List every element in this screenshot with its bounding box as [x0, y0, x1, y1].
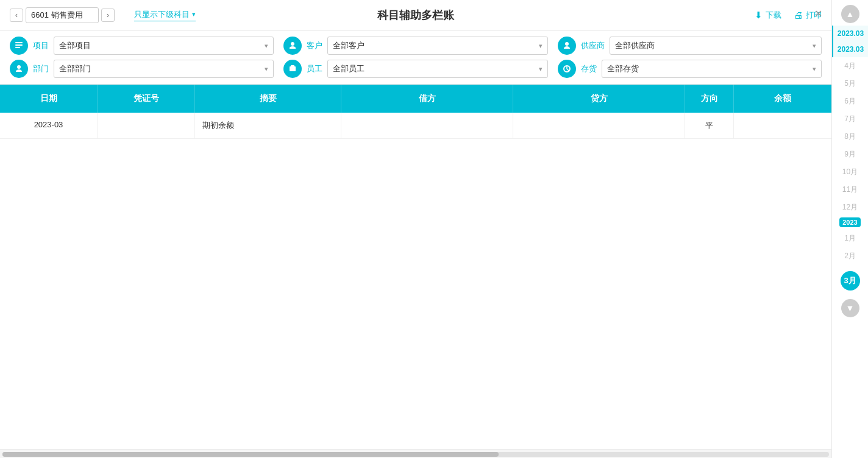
- supplier-select-arrow: ▾: [813, 42, 816, 50]
- sidebar-period-9[interactable]: 10月: [832, 163, 868, 181]
- sidebar-down-arrow[interactable]: ▼: [841, 299, 859, 317]
- sidebar-period-2[interactable]: 2023.03: [832, 41, 868, 57]
- download-button[interactable]: ⬇ 下载: [755, 10, 781, 21]
- filter-project: 项目 全部项目 ▾: [10, 37, 274, 55]
- main-content: ‹ 6601 销售费用 › 只显示下级科目 ▾ 科目辅助多栏账 ⬇ 下载 🖨 打…: [0, 0, 831, 458]
- employee-select-arrow: ▾: [539, 65, 542, 73]
- cell-summary: 期初余额: [195, 113, 341, 138]
- table-body: 2023-03 期初余额 平: [0, 113, 831, 449]
- project-icon: [10, 37, 28, 55]
- page-title: 科目辅助多栏账: [377, 8, 454, 23]
- print-icon: 🖨: [794, 10, 803, 20]
- project-select-arrow: ▾: [265, 42, 268, 50]
- sidebar-up-arrow[interactable]: ▲: [841, 5, 859, 23]
- nav-controls: ‹ 6601 销售费用 › 只显示下级科目 ▾: [10, 7, 196, 23]
- col-credit: 贷方: [513, 85, 685, 113]
- close-button[interactable]: ✕: [811, 6, 825, 21]
- sidebar-period-4[interactable]: 5月: [832, 75, 868, 93]
- col-debit: 借方: [341, 85, 513, 113]
- svg-point-3: [565, 42, 569, 46]
- sidebar-period-13[interactable]: 1月: [832, 230, 868, 247]
- title-bar: ‹ 6601 销售费用 › 只显示下级科目 ▾ 科目辅助多栏账 ⬇ 下载 🖨 打…: [0, 0, 831, 30]
- employee-label: 员工: [307, 63, 322, 74]
- sidebar-period-10[interactable]: 11月: [832, 181, 868, 199]
- cell-balance: [734, 113, 831, 138]
- col-direction: 方向: [685, 85, 734, 113]
- scrollbar-track[interactable]: [2, 452, 829, 457]
- sidebar-period-7[interactable]: 8月: [832, 128, 868, 146]
- scrollbar-thumb[interactable]: [2, 452, 499, 457]
- svg-point-4: [17, 65, 21, 69]
- sidebar-period-active[interactable]: 3月: [832, 265, 868, 297]
- inventory-select-arrow: ▾: [813, 65, 816, 73]
- col-summary: 摘要: [195, 85, 341, 113]
- sidebar-period-11[interactable]: 12月: [832, 199, 868, 216]
- department-select-arrow: ▾: [265, 65, 268, 73]
- table-header: 日期 凭证号 摘要 借方 贷方 方向 余额: [0, 85, 831, 113]
- department-select[interactable]: 全部部门 ▾: [54, 60, 274, 78]
- department-label: 部门: [33, 63, 49, 74]
- employee-icon: [283, 60, 302, 78]
- department-icon: [10, 60, 28, 78]
- project-select[interactable]: 全部项目 ▾: [54, 37, 274, 55]
- customer-icon: [283, 37, 302, 55]
- table-container: 日期 凭证号 摘要 借方 贷方 方向 余额 2023-03 期初余额 平: [0, 85, 831, 458]
- filter-row-2: 部门 全部部门 ▾ 员工 全部员工 ▾: [10, 60, 822, 78]
- table-row[interactable]: 2023-03 期初余额 平: [0, 113, 831, 139]
- filter-supplier: 供应商 全部供应商 ▾: [558, 37, 822, 55]
- filter-employee: 员工 全部员工 ▾: [283, 60, 547, 78]
- period-sidebar: ▲ 2023.03 2023.03 4月 5月 6月 7月 8月 9月 10月 …: [831, 0, 868, 458]
- filter-row-1: 项目 全部项目 ▾ 客户 全部客户 ▾: [10, 37, 822, 55]
- prev-account-button[interactable]: ‹: [10, 9, 23, 22]
- show-sub-button[interactable]: 只显示下级科目 ▾: [134, 9, 196, 21]
- sidebar-period-14[interactable]: 2月: [832, 247, 868, 265]
- sidebar-year-badge[interactable]: 2023: [832, 216, 868, 230]
- inventory-label: 存货: [581, 63, 597, 74]
- col-date: 日期: [0, 85, 98, 113]
- filter-customer: 客户 全部客户 ▾: [283, 37, 547, 55]
- customer-select-arrow: ▾: [539, 42, 542, 50]
- project-label: 项目: [33, 40, 49, 51]
- svg-rect-1: [15, 44, 23, 46]
- cell-credit: [513, 113, 685, 138]
- bottom-scrollbar[interactable]: [0, 449, 831, 458]
- supplier-select[interactable]: 全部供应商 ▾: [610, 37, 822, 55]
- cell-debit: [341, 113, 513, 138]
- sidebar-period-8[interactable]: 9月: [832, 146, 868, 163]
- show-sub-arrow-icon: ▾: [192, 10, 196, 18]
- inventory-icon: [558, 60, 576, 78]
- sidebar-period-1[interactable]: 2023.03: [832, 26, 868, 41]
- sidebar-period-3[interactable]: 4月: [832, 57, 868, 75]
- main-window: ▲ 2023.03 2023.03 4月 5月 6月 7月 8月 9月 10月 …: [0, 0, 868, 458]
- svg-rect-6: [291, 65, 294, 67]
- filter-department: 部门 全部部门 ▾: [10, 60, 274, 78]
- cell-voucher: [98, 113, 195, 138]
- svg-rect-2: [15, 47, 20, 48]
- sidebar-period-5[interactable]: 6月: [832, 93, 868, 110]
- cell-date: 2023-03: [0, 113, 98, 138]
- filter-inventory: 存货 全部存货 ▾: [558, 60, 822, 78]
- next-account-button[interactable]: ›: [101, 9, 115, 22]
- svg-rect-0: [15, 42, 23, 43]
- account-code-display: 6601 销售费用: [26, 7, 99, 23]
- download-label: 下载: [766, 10, 781, 21]
- cell-direction: 平: [685, 113, 734, 138]
- col-voucher: 凭证号: [98, 85, 195, 113]
- download-icon: ⬇: [755, 10, 763, 21]
- col-balance: 余额: [734, 85, 831, 113]
- svg-rect-7: [291, 68, 294, 69]
- filter-area: 项目 全部项目 ▾ 客户 全部客户 ▾: [0, 30, 831, 85]
- employee-select[interactable]: 全部员工 ▾: [327, 60, 547, 78]
- customer-select[interactable]: 全部客户 ▾: [327, 37, 547, 55]
- show-sub-label: 只显示下级科目: [134, 9, 190, 20]
- sidebar-period-6[interactable]: 7月: [832, 110, 868, 128]
- inventory-select[interactable]: 全部存货 ▾: [602, 60, 822, 78]
- supplier-label: 供应商: [581, 40, 605, 51]
- supplier-icon: [558, 37, 576, 55]
- customer-label: 客户: [307, 40, 322, 51]
